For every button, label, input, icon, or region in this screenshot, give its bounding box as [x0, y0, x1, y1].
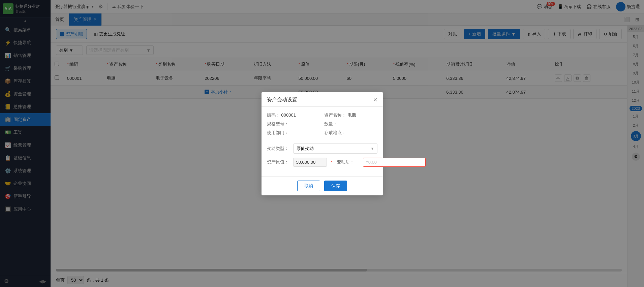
asset-change-modal: 资产变动设置 ✕ 编码： 000001 资产名称： 电脑 规格型号： 数量：	[262, 92, 383, 195]
modal-info-grid: 编码： 000001 资产名称： 电脑 规格型号： 数量： 使用部门：	[267, 112, 377, 136]
modal-change-type-row: 变动类型： 原值变动 ▼	[267, 144, 377, 154]
after-value-input[interactable]	[363, 158, 426, 167]
save-button[interactable]: 保存	[324, 181, 347, 191]
required-star: *	[331, 160, 333, 165]
modal-title: 资产变动设置	[267, 97, 297, 103]
modal-code-item: 编码： 000001	[267, 112, 320, 118]
modal-quantity-item: 数量：	[324, 121, 377, 127]
modal-divider	[267, 140, 377, 140]
change-type-dropdown-icon: ▼	[371, 147, 374, 151]
modal-name-item: 资产名称： 电脑	[324, 112, 377, 118]
modal-header: 资产变动设置 ✕	[262, 92, 383, 107]
modal-footer: 取消 保存	[262, 176, 383, 195]
modal-location-item: 存放地点：	[324, 130, 377, 136]
modal-spec-item: 规格型号：	[267, 121, 320, 127]
asset-value-field: 50,000.00	[293, 158, 327, 167]
modal-close-btn[interactable]: ✕	[373, 97, 377, 103]
cancel-button[interactable]: 取消	[297, 181, 320, 191]
modal-overlay[interactable]: 资产变动设置 ✕ 编码： 000001 资产名称： 电脑 规格型号： 数量：	[0, 0, 644, 287]
modal-body: 编码： 000001 资产名称： 电脑 规格型号： 数量： 使用部门：	[262, 107, 383, 176]
change-type-select[interactable]: 原值变动 ▼	[293, 144, 377, 154]
modal-dept-item: 使用部门：	[267, 130, 320, 136]
modal-asset-value-row: 资产原值： 50,000.00 * 变动后：	[267, 158, 377, 167]
